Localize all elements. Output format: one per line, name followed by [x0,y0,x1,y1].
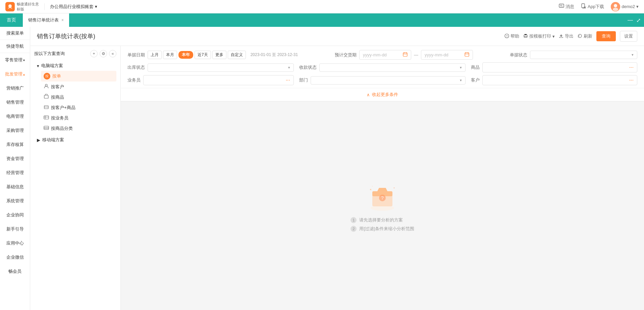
receipt-status-label: 收款状态 [299,64,317,70]
add-scheme-button[interactable]: + [90,50,98,57]
tab-home[interactable]: 首页 [0,13,23,27]
more-btn[interactable]: 更多 [212,51,226,59]
collapse-up-icon: ∧ [367,92,370,97]
tree-item-by-customer[interactable]: 按客户 [41,82,116,92]
sidebar-item-guide[interactable]: 新手引导 [0,222,30,236]
tree-group-mobile-header[interactable]: ▶ 移动端方案 [34,135,116,145]
svg-point-4 [614,4,617,7]
filter-receipt-status: 收款状态 ▾ [299,63,466,72]
expected-date-from[interactable]: yyyy-mm-dd [359,50,411,60]
doc-status-label: 单据状态 [510,52,527,58]
export-button[interactable]: 导出 [559,33,574,39]
empty-illustration: ? [362,179,402,213]
tree-item-by-goods[interactable]: 按商品 [41,92,116,102]
sidebar-item-ecommerce[interactable]: 电商管理 [0,109,30,123]
last7-btn[interactable]: 近7天 [195,51,211,59]
this-month-btn[interactable]: 本月 [163,51,177,59]
logo-icon [5,2,15,11]
filter-dept: 部门 ▾ [299,76,466,85]
sidebar-item-sales[interactable]: 销售管理 [0,95,30,109]
sidebar-item-member[interactable]: 畅会员 [0,264,30,278]
tree-item-by-category[interactable]: 按商品分类 [41,123,116,134]
top-bar-right: 消息 App下载 demo2 ▾ [559,2,639,11]
sidebar-item-wholesale[interactable]: 批发管理 ▴ [0,67,30,81]
chevron-down-icon: ▾ [288,65,290,70]
messages-button[interactable]: 消息 [559,3,574,10]
goods-select[interactable]: ··· [482,62,637,72]
customer-label: 客户 [471,77,480,83]
export-icon [559,34,564,39]
user-profile[interactable]: demo2 ▾ [611,2,639,11]
body-layout: 按以下方案查询 + ⚙ « ▾ 电脑端方案 [30,46,644,310]
avatar [611,2,620,11]
chevron-down-icon: ▾ [460,78,462,83]
ship-status-label: 出库状态 [127,64,145,70]
tab-bar-actions: — ⤢ [628,17,644,23]
tree-item-by-staff[interactable]: 按业务员 [41,113,116,123]
sidebar-item-finance[interactable]: 资金管理 [0,152,30,166]
tab-active[interactable]: 销售订单统计表 × [23,13,69,27]
left-panel: 按以下方案查询 + ⚙ « ▾ 电脑端方案 [30,46,121,310]
customer-more-icon[interactable]: ··· [629,77,634,83]
category-icon [44,125,49,132]
customer-select[interactable]: ··· [482,75,637,85]
app-download-button[interactable]: App下载 [581,3,604,10]
sidebar-search[interactable]: 搜索菜单 [0,27,30,40]
receipt-status-select[interactable]: ▾ [319,63,466,72]
company-selector[interactable]: 办公用品行业模拟账套 ▾ [50,4,97,10]
tab-bar: 首页 销售订单统计表 × — ⤢ [0,13,644,27]
filter-goods: 商品 ··· [471,62,637,72]
tab-minimize-button[interactable]: — [628,17,633,23]
sidebar-item-retail[interactable]: 零售管理 ▾ [0,53,30,67]
custom-btn[interactable]: 自定义 [228,51,246,59]
tab-close-icon[interactable]: × [61,18,64,22]
collapse-bar[interactable]: ∧ 收起更多条件 [121,88,644,101]
help-button[interactable]: ? 帮助 [504,33,519,39]
sidebar-item-system[interactable]: 系统管理 [0,194,30,208]
tree-item-by-customer-goods[interactable]: 按客户+商品 [41,102,116,113]
print-button[interactable]: 按模板打印 ▾ [523,33,555,39]
expected-date-to[interactable]: yyyy-mm-dd [421,50,473,60]
single-date-label: 单据日期 [127,52,145,58]
ship-status-select[interactable]: ▾ [148,63,294,72]
filter-row-1: 单据日期 上月 本月 本年 近7天 更多 自定义 2023-01-01 至 20… [121,46,644,62]
this-year-btn[interactable]: 本年 [178,51,193,59]
filter-row-2: 出库状态 ▾ 收款状态 ▾ [121,62,644,75]
top-bar-left: 畅捷通好生意 标版 办公用品行业模拟账套 ▾ [5,2,97,11]
svg-rect-15 [403,53,407,56]
tab-maximize-button[interactable]: ⤢ [636,17,641,23]
dept-select[interactable]: ▾ [311,76,466,85]
collapse-panel-button[interactable]: « [109,50,116,57]
settings-button[interactable]: 设置 [620,31,637,42]
page-actions: ? 帮助 按模板打印 ▾ 导出 [504,31,637,42]
svg-rect-9 [525,36,527,37]
doc-status-select[interactable]: ▾ [530,51,637,59]
sidebar-item-basic-info[interactable]: 基础信息 [0,180,30,194]
last-month-btn[interactable]: 上月 [148,51,162,59]
active-indicator: 按 [44,73,50,80]
salesman-more-icon[interactable]: ··· [286,77,290,83]
sidebar-item-inventory[interactable]: 库存核算 [0,138,30,152]
refresh-button[interactable]: 刷新 [578,33,592,39]
left-panel-title: 按以下方案查询 [34,51,65,57]
refresh-icon [578,34,582,39]
query-button[interactable]: 查询 [596,31,616,41]
sidebar-item-wechat[interactable]: 企业微信 [0,250,30,264]
goods-more-icon[interactable]: ··· [629,64,634,70]
sidebar-item-app-center[interactable]: 应用中心 [0,236,30,250]
settings-scheme-button[interactable]: ⚙ [100,50,107,57]
filter-expected-date: 预计交货期 yyyy-mm-dd — yyyy-mm-dd [335,50,473,60]
sidebar-item-purchase[interactable]: 采购管理 [0,123,30,138]
chevron-down-icon: ▾ [460,65,462,70]
svg-rect-11 [44,95,48,98]
chevron-up-icon: ▴ [23,72,25,76]
filter-salesman: 业务员 ··· [127,75,294,85]
sidebar-item-enterprise[interactable]: 企业协同 [0,208,30,222]
sidebar-item-operations[interactable]: 经营管理 [0,166,30,180]
sidebar-item-marketing[interactable]: 营销推广 [0,81,30,95]
salesman-label: 业务员 [127,77,141,83]
tree-group-desktop-header[interactable]: ▾ 电脑端方案 [34,61,116,71]
tree-item-by-order[interactable]: 按 按单 [41,71,116,82]
salesman-select[interactable]: ··· [143,75,294,85]
sidebar-quick-nav[interactable]: 快捷导航 [0,40,30,53]
